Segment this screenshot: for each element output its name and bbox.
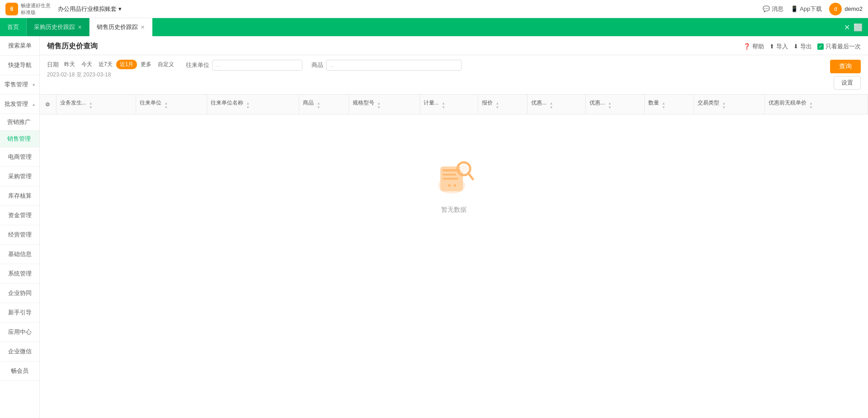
- help-icon: ❓: [743, 43, 750, 50]
- sidebar-item-wechat[interactable]: 企业微信: [0, 342, 39, 361]
- filter-action-group: 查询 设置: [830, 60, 861, 90]
- sidebar-item-purchase[interactable]: 采购管理: [0, 167, 39, 186]
- download-icon: 📱: [791, 5, 798, 12]
- date-filter-group: 日期 昨天 今天 近7天 近1月 更多 自定义 2023-02-18 至 202…: [47, 60, 177, 79]
- maximize-button[interactable]: ⬜: [854, 23, 863, 32]
- purchase-history-tab-close[interactable]: ✕: [78, 24, 82, 30]
- sort-arrows-quote-price: ▲ ▼: [495, 102, 499, 109]
- marketing-label: 营销推广: [7, 118, 31, 126]
- app-selector[interactable]: 办公用品行业模拟账套 ▾: [54, 3, 125, 15]
- date-tab-1month[interactable]: 近1月: [116, 60, 137, 69]
- date-tab-custom[interactable]: 自定义: [155, 60, 177, 69]
- membership-label: 畅会员: [11, 367, 28, 375]
- date-tab-more[interactable]: 更多: [138, 60, 154, 69]
- sort-arrows-pretax-price: ▲ ▼: [809, 102, 813, 109]
- th-quantity[interactable]: 数量 ▲ ▼: [644, 95, 693, 114]
- sidebar-item-system[interactable]: 系统管理: [0, 264, 39, 284]
- sales-history-tab-close[interactable]: ✕: [141, 24, 145, 30]
- tab-home[interactable]: 首页: [0, 18, 27, 36]
- counterparty-dots: ...: [216, 62, 221, 68]
- gear-icon: ⚙: [45, 101, 50, 108]
- tab-sales-history[interactable]: 销售历史价跟踪 ✕: [90, 18, 152, 36]
- th-spec[interactable]: 规格型号 ▲ ▼: [349, 95, 420, 114]
- sort-arrows-unit: ▲ ▼: [442, 102, 445, 109]
- th-gear[interactable]: ⚙: [40, 95, 56, 114]
- wholesale-mgmt-arrow: ▴: [33, 102, 35, 107]
- last-only-checkbox[interactable]: ✓: [817, 43, 824, 50]
- tab-bar-actions: ✕ ⬜: [844, 23, 868, 32]
- sidebar-item-sales-mgmt[interactable]: 销售管理: [0, 131, 39, 147]
- last-only-checkbox-label[interactable]: ✓ 只看最后一次: [817, 43, 861, 51]
- page-actions: ❓ 帮助 ⬆ 导入 ⬇ 导出 ✓ 只看最后一次: [743, 43, 861, 51]
- th-discount2[interactable]: 优惠... ▲ ▼: [586, 95, 644, 114]
- sort-arrows-quantity: ▲ ▼: [662, 102, 665, 109]
- date-range: 2023-02-18 至 2023-03-18: [47, 71, 177, 79]
- th-pretax-price[interactable]: 优惠前无税单价 ▲ ▼: [764, 95, 868, 114]
- svg-point-8: [448, 184, 451, 187]
- svg-point-6: [460, 165, 468, 173]
- logo-icon: 6: [5, 3, 18, 15]
- sidebar-item-operation[interactable]: 经营管理: [0, 225, 39, 245]
- empty-svg-illustration: [431, 153, 476, 198]
- sort-arrows-counterparty-code: ▲ ▼: [165, 102, 168, 109]
- user-area[interactable]: d demo2: [829, 3, 863, 15]
- sidebar-item-guide[interactable]: 新手引导: [0, 303, 39, 323]
- counterparty-input[interactable]: ...: [212, 60, 302, 71]
- wechat-label: 企业微信: [8, 347, 32, 356]
- th-quote-price[interactable]: 报价 ▲ ▼: [478, 95, 527, 114]
- help-button[interactable]: ❓ 帮助: [743, 43, 764, 51]
- sidebar-item-basic-info[interactable]: 基础信息: [0, 245, 39, 264]
- avatar: d: [829, 3, 842, 15]
- sidebar-item-membership[interactable]: 畅会员: [0, 361, 39, 381]
- sidebar-item-marketing[interactable]: 营销推广: [0, 114, 39, 131]
- sort-arrows-discount1: ▲ ▼: [550, 102, 553, 109]
- sidebar-item-app-center[interactable]: 应用中心: [0, 323, 39, 342]
- th-trade-type[interactable]: 交易类型 ▲ ▼: [693, 95, 764, 114]
- tab-purchase-history[interactable]: 采购历史价跟踪 ✕: [27, 18, 90, 36]
- th-counterparty-code[interactable]: 往来单位 ▲ ▼: [136, 95, 207, 114]
- th-product[interactable]: 商品 ▲ ▼: [299, 95, 349, 114]
- date-tab-yesterday[interactable]: 昨天: [61, 60, 78, 69]
- app-center-label: 应用中心: [8, 328, 32, 336]
- th-biz-date[interactable]: 业务发生... ▲ ▼: [56, 95, 136, 114]
- sidebar-item-enterprise[interactable]: 企业协同: [0, 284, 39, 303]
- sidebar-item-inventory[interactable]: 库存核算: [0, 186, 39, 206]
- import-button[interactable]: ⬆ 导入: [769, 43, 788, 51]
- sidebar-item-retail-mgmt[interactable]: 零售管理 ▾: [0, 75, 39, 95]
- app-download-button[interactable]: 📱 App下载: [791, 5, 822, 13]
- sidebar-item-ecommerce[interactable]: 电商管理: [0, 147, 39, 167]
- svg-rect-4: [443, 178, 458, 180]
- counterparty-label: 往来单位: [186, 61, 209, 69]
- retail-mgmt-arrow: ▾: [33, 82, 35, 87]
- query-button[interactable]: 查询: [830, 60, 861, 73]
- data-table: ⚙ 业务发生... ▲ ▼ 往来单位 ▲: [40, 95, 868, 114]
- guide-label: 新手引导: [8, 309, 32, 317]
- product-input[interactable]: ...: [326, 60, 462, 71]
- export-button[interactable]: ⬇ 导出: [793, 43, 812, 51]
- date-tab-7days[interactable]: 近7天: [96, 60, 115, 69]
- date-tab-today[interactable]: 今天: [79, 60, 95, 69]
- finance-label: 资金管理: [8, 211, 32, 219]
- close-window-button[interactable]: ✕: [844, 23, 850, 32]
- sidebar-item-finance[interactable]: 资金管理: [0, 206, 39, 225]
- user-name: demo2: [844, 5, 863, 12]
- th-unit[interactable]: 计量... ▲ ▼: [420, 95, 478, 114]
- basic-info-label: 基础信息: [8, 250, 32, 258]
- sales-history-tab-label: 销售历史价跟踪: [97, 23, 138, 31]
- message-icon: 💬: [763, 5, 770, 12]
- empty-text: 暂无数据: [441, 206, 467, 214]
- sidebar-item-wholesale-mgmt[interactable]: 批发管理 ▴: [0, 95, 39, 114]
- sidebar-item-quick-nav[interactable]: 快捷导航: [0, 56, 39, 75]
- message-button[interactable]: 💬 消息: [763, 5, 783, 13]
- page-title: 销售历史价查询: [47, 42, 98, 51]
- logo-area: 6 畅捷通好生意 标准版: [5, 2, 51, 15]
- settings-button[interactable]: 设置: [834, 76, 861, 90]
- search-menu-label: 搜索菜单: [8, 42, 32, 50]
- product-label: 商品: [311, 61, 323, 69]
- system-label: 系统管理: [8, 270, 32, 278]
- date-filter: 日期 昨天 今天 近7天 近1月 更多 自定义: [47, 60, 177, 69]
- th-discount1[interactable]: 优惠... ▲ ▼: [528, 95, 586, 114]
- sidebar-item-search-menu[interactable]: 搜索菜单: [0, 36, 39, 56]
- th-counterparty-name[interactable]: 往来单位名称 ▲ ▼: [207, 95, 299, 114]
- operation-label: 经营管理: [8, 231, 32, 239]
